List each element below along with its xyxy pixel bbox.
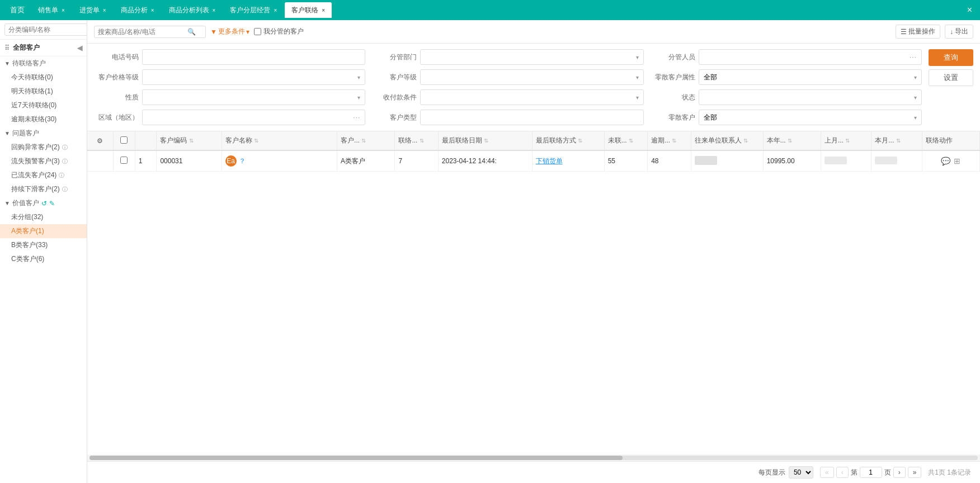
first-page-btn[interactable]: « <box>820 467 834 478</box>
filter-row-3: 性质 ▾ 收付款条件 ▾ <box>94 89 922 105</box>
close-all-tabs[interactable]: × <box>964 5 976 15</box>
phone-label: 电话号码 <box>94 53 139 62</box>
row-code: 000031 <box>157 150 222 172</box>
status-arrow: ▾ <box>914 94 917 101</box>
phone-input[interactable] <box>142 49 365 65</box>
sidebar-search-area: 🔍 <box>0 20 87 40</box>
th-code[interactable]: 客户编码 ⇅ <box>157 131 222 150</box>
sidebar-item-ungrouped[interactable]: 未分组(32) <box>0 210 87 224</box>
edit-icon[interactable]: ✎ <box>49 200 55 207</box>
filter-row-1: 电话号码 分管部门 ▾ 分管人员 <box>94 49 922 65</box>
close-purchase-tab[interactable]: × <box>103 7 106 13</box>
sidebar-group-problem[interactable]: ▼ 问题客户 <box>0 126 87 140</box>
batch-op-btn[interactable]: ☰ 批量操作 <box>896 25 940 39</box>
filter-search-icon[interactable]: 🔍 <box>187 28 196 36</box>
horizontal-scrollbar[interactable] <box>87 454 980 461</box>
nav-tab-purchase[interactable]: 进货单 × <box>73 2 113 18</box>
my-customers-check[interactable] <box>254 28 261 35</box>
sidebar-item-7days[interactable]: 近7天待联络(0) <box>0 98 87 112</box>
nav-tab-customer-layer[interactable]: 客户分层经营 × <box>223 2 284 18</box>
close-customer-layer-tab[interactable]: × <box>274 7 277 13</box>
this-month-placeholder <box>875 157 897 164</box>
person-input[interactable]: ··· <box>699 49 922 65</box>
sidebar-item-churned[interactable]: 已流失客户(24) ⓘ <box>0 168 87 182</box>
sidebar-item-overdue[interactable]: 逾期未联络(30) <box>0 112 87 126</box>
sidebar-group-value[interactable]: ▼ 价值客户 ↺ ✎ <box>0 196 87 210</box>
filter-nature: 性质 ▾ <box>94 89 365 105</box>
row-no-contact: 55 <box>604 150 647 172</box>
th-last-method[interactable]: 最后联络方式 ⇅ <box>532 131 604 150</box>
close-analysis-list-tab[interactable]: × <box>213 7 216 13</box>
message-icon[interactable]: 💬 <box>941 157 950 165</box>
close-customer-contact-tab[interactable]: × <box>322 7 325 13</box>
nav-tab-sales[interactable]: 销售单 × <box>31 2 72 18</box>
retail-select[interactable]: 全部 ▾ <box>699 110 922 125</box>
refresh-icon[interactable]: ↺ <box>41 200 47 207</box>
filter-person: 分管人员 ··· <box>651 49 922 65</box>
nav-tab-analysis-list[interactable]: 商品分析列表 × <box>162 2 223 18</box>
payment-select[interactable]: ▾ <box>420 89 643 105</box>
th-gear[interactable]: ⚙ <box>87 131 113 150</box>
unit-contact-sort-icon: ⇅ <box>743 138 748 144</box>
sidebar-group-pending[interactable]: ▼ 待联络客户 <box>0 56 87 70</box>
sidebar-item-tomorrow[interactable]: 明天待联络(1) <box>0 84 87 98</box>
last-method-link[interactable]: 下销货单 <box>536 157 563 165</box>
sidebar-search-input[interactable] <box>4 23 87 36</box>
row-last-date: 2023-04-12 14:44: <box>438 150 532 172</box>
customer-level-select[interactable]: ▾ <box>420 69 643 85</box>
customer-type-label: 客户类型 <box>372 113 417 122</box>
nav-tab-analysis[interactable]: 商品分析 × <box>114 2 161 18</box>
sidebar-item-abnormal[interactable]: 回购异常客户(2) ⓘ <box>0 140 87 154</box>
retail-attr-select[interactable]: 全部 ▾ <box>699 69 922 85</box>
batch-icon: ☰ <box>901 28 907 36</box>
sidebar-problem-triangle: ▼ <box>4 130 10 136</box>
th-contact[interactable]: 联络... ⇅ <box>395 131 438 150</box>
th-unit-contact[interactable]: 往来单位联系人 ⇅ <box>691 131 763 150</box>
dept-select[interactable]: ▾ <box>420 49 643 65</box>
scrollbar-thumb[interactable] <box>89 456 623 460</box>
sidebar-item-declining[interactable]: 持续下滑客户(2) ⓘ <box>0 182 87 196</box>
sidebar-item-churn-warning[interactable]: 流失预警客户(3) ⓘ <box>0 154 87 168</box>
settings-button[interactable]: 设置 <box>929 69 973 86</box>
select-all-checkbox[interactable] <box>120 136 128 144</box>
close-analysis-tab[interactable]: × <box>151 7 154 13</box>
close-sales-tab[interactable]: × <box>62 7 65 13</box>
filter-more-btn[interactable]: ▼ 更多条件 ▾ <box>210 27 249 36</box>
nav-home[interactable]: 首页 <box>4 5 30 15</box>
export-btn[interactable]: ↓ 导出 <box>945 25 973 39</box>
sidebar-collapse-icon[interactable]: ◀ <box>77 44 82 52</box>
th-category[interactable]: 客户... ⇅ <box>337 131 395 150</box>
row-checkbox[interactable] <box>120 157 128 164</box>
price-level-select[interactable]: ▾ <box>142 69 365 85</box>
scrollbar-track <box>89 456 978 460</box>
sidebar-item-b-class[interactable]: B类客户(33) <box>0 238 87 252</box>
retail-arrow: ▾ <box>914 115 917 121</box>
sidebar-item-today[interactable]: 今天待联络(0) <box>0 70 87 84</box>
th-overdue[interactable]: 逾期... ⇅ <box>648 131 691 150</box>
sidebar-item-a-class[interactable]: A类客户(1) <box>0 224 87 238</box>
filter-search-input[interactable] <box>98 28 187 36</box>
th-this-month[interactable]: 本月... ⇅ <box>871 131 922 150</box>
filter-retail-attr: 零散客户属性 全部 ▾ <box>651 69 922 85</box>
status-select[interactable]: ▾ <box>699 89 922 105</box>
th-last-month[interactable]: 上月... ⇅ <box>821 131 871 150</box>
customer-type-input[interactable] <box>420 110 643 125</box>
th-no-contact[interactable]: 未联... ⇅ <box>604 131 647 150</box>
status-label: 状态 <box>651 93 695 102</box>
th-this-year[interactable]: 本年... ⇅ <box>763 131 821 150</box>
page-number-input[interactable] <box>860 467 882 478</box>
last-page-btn[interactable]: » <box>908 467 922 478</box>
th-last-date[interactable]: 最后联络日期 ⇅ <box>438 131 532 150</box>
th-name[interactable]: 客户名称 ⇅ <box>222 131 337 150</box>
sidebar-item-c-class[interactable]: C类客户(6) <box>0 252 87 266</box>
last-date-sort-icon: ⇅ <box>484 138 488 144</box>
query-button[interactable]: 查询 <box>929 49 973 66</box>
prev-page-btn[interactable]: ‹ <box>836 467 849 478</box>
page-size-select[interactable]: 50 <box>789 466 813 479</box>
region-input[interactable]: ··· <box>142 110 365 125</box>
nature-select[interactable]: ▾ <box>142 89 365 105</box>
nav-tab-customer-contact[interactable]: 客户联络 × <box>285 2 332 18</box>
sidebar-all-customers[interactable]: ⠿ 全部客户 ◀ <box>0 40 87 56</box>
next-page-btn[interactable]: › <box>893 467 906 478</box>
qr-icon[interactable]: ⊞ <box>954 157 960 165</box>
